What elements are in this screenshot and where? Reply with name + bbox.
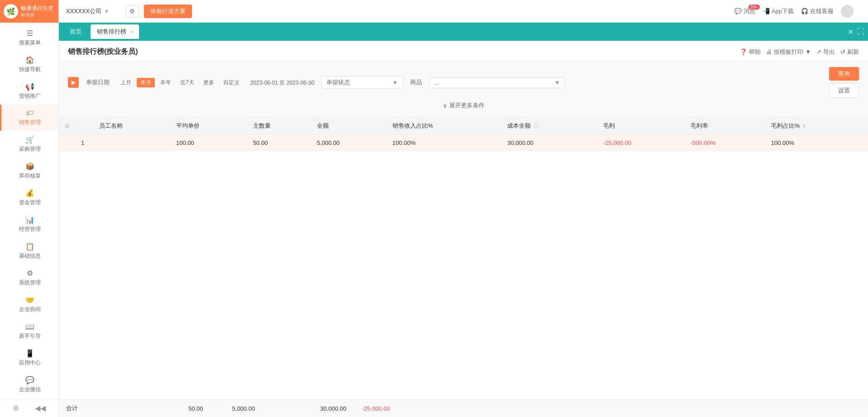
printer-icon: 🖨 [766,48,772,55]
filter-actions: 查询 设置 [829,67,859,98]
goods-label: 商品 [410,78,422,86]
company-name: XXXXXX公司 [66,7,101,15]
refresh-icon: ↺ [840,48,845,55]
sidebar-item-quicknav[interactable]: 🏠 快捷导航 [0,51,58,78]
sidebar-label-basic: 基础信息 [19,252,41,260]
footer-label: 合计 [64,404,78,412]
company-selector[interactable]: XXXXXX公司 ▼ [66,7,120,15]
app-badge: 标准版 [21,12,53,18]
expand-row[interactable]: ∨ 展开更多条件 [68,98,859,113]
th-rank [76,117,94,135]
inventory-icon: 📦 [25,162,34,171]
sidebar-bottom: ⚙ ◀◀ [0,399,58,417]
gear-icon: ⚙ [129,8,135,14]
avatar[interactable] [841,5,854,18]
date-tab-thismonth[interactable]: 本月 [137,78,155,87]
tab-home[interactable]: 首页 [62,23,89,41]
search-menu-icon: ☰ [27,29,33,38]
tab-sales-ranking[interactable]: 销售排行榜 × [91,24,139,39]
tab-close-icon[interactable]: × [130,29,133,34]
sidebar-item-apps[interactable]: 📱 应用中心 [0,345,58,371]
chevron-down-icon: ▼ [104,9,109,14]
date-tab-thisyear[interactable]: 本年 [157,78,175,87]
sidebar-item-marketing[interactable]: 📢 营销推广 [0,78,58,105]
table-footer: 合计 50.00 5,000.00 30,000.00 -25,000.00 [59,399,868,417]
sales-icon: 🏷 [26,109,34,117]
marketing-icon: 📢 [25,82,34,91]
app-download-action[interactable]: 📲 App下载 [762,7,794,15]
date-tabs: 上月 本月 本年 近7天 更多 自定义 [117,78,243,87]
th-settings: ⚙ [59,117,76,135]
settings-button[interactable]: 设置 [829,83,859,98]
gear-button[interactable]: ⚙ [126,5,139,18]
goods-select[interactable]: ... ▼ [429,77,565,88]
basic-icon: 📋 [25,242,34,251]
cell-cost: 30,000.00 [502,135,598,151]
main-area: XXXXXX公司 ▼ ⚙ 体验行业方案 💬 消息 99+ 📲 App下载 🎧 在… [59,0,868,417]
date-label: 单据日期 [86,78,110,86]
guide-icon: 📖 [25,322,34,331]
date-tab-lastmonth[interactable]: 上月 [117,78,135,87]
message-action[interactable]: 💬 消息 99+ [734,7,755,15]
trial-button[interactable]: 体验行业方案 [144,5,192,18]
data-table: ⚙ 员工名称 平均单价 主数量 全额 销售收入占比% 成本全额 ⓘ [59,117,868,151]
close-window-icon[interactable]: ✕ [848,28,854,36]
message-count: 99+ [748,5,760,10]
tabbar-right: ✕ ⛶ [848,28,864,36]
sidebar-item-enterprise[interactable]: 🤝 企业协同 [0,291,58,318]
refresh-button[interactable]: ↺ 刷新 [840,48,859,56]
sidebar-label-apps: 应用中心 [19,359,41,367]
th-sales-pct: 销售收入占比% [387,117,502,135]
date-tab-7days[interactable]: 近7天 [177,78,198,87]
online-service-action[interactable]: 🎧 在线客服 [801,7,834,15]
sidebar-item-system[interactable]: ⚙ 系统管理 [0,264,58,291]
expand-chevron-icon: ∨ [443,102,447,109]
column-settings-icon[interactable]: ⚙ [64,122,70,129]
sidebar-item-inventory[interactable]: 📦 库存核算 [0,158,58,184]
footer-amount: 5,000.00 [227,405,261,412]
filter-toggle-btn[interactable]: ▶ [68,77,79,88]
help-icon: ❓ [740,48,747,55]
cell-avg-price: 100.00 [171,135,248,151]
maximize-icon[interactable]: ⛶ [857,28,864,36]
cost-info-icon[interactable]: ⓘ [534,123,539,129]
gross-pct-sort-icon[interactable]: ⇅ [802,124,806,129]
cell-gross: -25,000.00 [598,135,685,151]
filter-bar: ▶ 单据日期 上月 本月 本年 近7天 更多 自定义 2023-06-01 至 … [59,62,868,117]
status-label: 单据状态 [326,78,350,86]
th-avg-price: 平均单价 [171,117,248,135]
content-area: 销售排行榜(按业务员) ❓ 帮助 🖨 按模板打印 ▼ ↗ 导出 ↺ 刷新 [59,41,868,417]
sidebar-label-marketing: 营销推广 [19,92,41,100]
cell-gross-pct: 100.00% [766,135,868,151]
th-gross-pct: 毛利占比% ⇅ [766,117,868,135]
sidebar-item-search[interactable]: ☰ 搜索菜单 [0,24,58,51]
date-tab-more[interactable]: 更多 [200,78,218,87]
cell-amount: 5,000.00 [312,135,387,151]
logo-icon: 🌿 [4,4,18,19]
print-button[interactable]: 🖨 按模板打印 ▼ [766,48,811,56]
sidebar-item-purchase[interactable]: 🛒 采购管理 [0,131,58,158]
sidebar-item-wechat[interactable]: 💬 企业微信 [0,371,58,398]
cell-sales-pct: 100.00% [387,135,502,151]
th-gross-rate: 毛利率 [685,117,766,135]
export-button[interactable]: ↗ 导出 [816,48,835,56]
sidebar-item-operations[interactable]: 📊 经营管理 [0,211,58,238]
footer-cost: 30,000.00 [315,405,352,412]
help-button[interactable]: ❓ 帮助 [740,48,761,56]
sidebar-item-sales[interactable]: 🏷 销售管理 [0,105,58,131]
sidebar-item-basic[interactable]: 📋 基础信息 [0,238,58,264]
th-qty: 主数量 [248,117,312,135]
settings-bottom-icon[interactable]: ⚙ [13,404,19,412]
query-button[interactable]: 查询 [829,67,859,81]
system-icon: ⚙ [27,269,33,278]
download-icon: 📲 [762,8,770,14]
sidebar-item-guide[interactable]: 📖 新手引导 [0,318,58,345]
footer-values: 50.00 5,000.00 30,000.00 -25,000.00 [83,405,395,412]
th-name: 员工名称 [94,117,171,135]
footer-qty: 50.00 [183,405,209,412]
status-select[interactable]: 单据状态 ▼ [321,76,403,89]
date-tab-custom[interactable]: 自定义 [220,78,243,87]
sidebar-label-quicknav: 快捷导航 [19,66,41,73]
sidebar-item-finance[interactable]: 💰 资金管理 [0,184,58,211]
collapse-icon[interactable]: ◀◀ [35,404,46,412]
